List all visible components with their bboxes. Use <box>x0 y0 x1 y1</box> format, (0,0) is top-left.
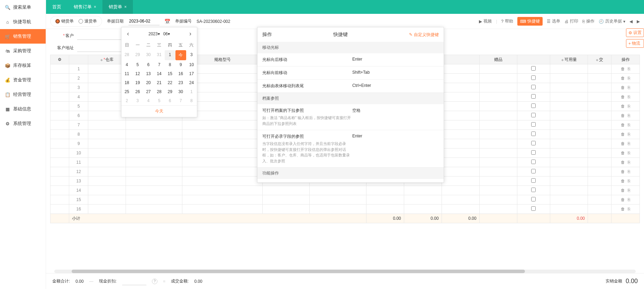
toolbar-video[interactable]: ▶ 视频 <box>479 18 492 24</box>
sidebar-item-0[interactable]: 🔍搜索菜单 <box>0 0 46 15</box>
cal-day[interactable]: 13 <box>143 69 154 78</box>
cal-day[interactable]: 11 <box>121 69 132 78</box>
copy-icon[interactable]: ⎘ <box>628 188 630 193</box>
delete-icon[interactable]: 🗑 <box>621 197 625 202</box>
toolbar-operate[interactable]: ⎘ 操作 <box>582 18 595 24</box>
cal-day[interactable]: 9 <box>175 60 186 69</box>
sidebar-item-2[interactable]: 🛒销售管理 <box>0 29 46 44</box>
delete-icon[interactable]: 🗑 <box>621 169 625 174</box>
cal-day[interactable]: 17 <box>186 69 197 78</box>
sidebar-item-7[interactable]: ▦基础信息 <box>0 102 46 116</box>
table-row[interactable]: 15 🗑 ⎘ <box>51 195 640 205</box>
close-icon[interactable]: × <box>124 4 127 9</box>
table-row[interactable]: 14 🗑 ⎘ <box>51 186 640 195</box>
cal-day[interactable]: 4 <box>143 96 154 105</box>
cal-day[interactable]: 7 <box>175 96 186 105</box>
cal-day[interactable]: 29 <box>132 50 143 60</box>
gift-checkbox[interactable] <box>531 150 536 155</box>
gift-checkbox[interactable] <box>531 122 536 127</box>
cal-today-btn[interactable]: 今天 <box>121 105 197 117</box>
calendar-icon[interactable]: 📅 <box>164 19 170 24</box>
cal-day[interactable]: 31 <box>154 50 164 60</box>
cal-day[interactable]: 10 <box>186 60 197 69</box>
cal-next[interactable]: › <box>187 30 193 37</box>
gift-checkbox[interactable] <box>531 85 536 89</box>
sidebar-item-3[interactable]: 🛍采购管理 <box>0 44 46 58</box>
cal-day[interactable]: 14 <box>154 69 164 78</box>
copy-icon[interactable]: ⎘ <box>628 113 630 118</box>
cal-day[interactable]: 3 <box>132 96 143 105</box>
cal-day[interactable]: 3 <box>186 50 197 60</box>
delete-icon[interactable]: 🗑 <box>621 179 625 183</box>
delete-icon[interactable]: 🗑 <box>621 94 625 99</box>
cal-day[interactable]: 23 <box>175 78 186 87</box>
delete-icon[interactable]: 🗑 <box>621 160 625 165</box>
cal-day[interactable]: 29 <box>165 87 175 96</box>
cal-day[interactable]: 5 <box>154 96 164 105</box>
delete-icon[interactable]: 🗑 <box>621 123 625 127</box>
toolbar-select[interactable]: ☰ 选单 <box>547 18 560 24</box>
close-icon[interactable]: × <box>94 4 96 9</box>
bill-date-input[interactable] <box>128 17 160 25</box>
cal-day[interactable]: 1 <box>186 87 197 96</box>
gift-checkbox[interactable] <box>531 94 536 99</box>
gift-checkbox[interactable] <box>531 197 536 201</box>
delete-icon[interactable]: 🗑 <box>621 141 625 146</box>
cal-day[interactable]: 28 <box>154 87 164 96</box>
delete-icon[interactable]: 🗑 <box>621 132 625 137</box>
cal-day[interactable]: 20 <box>143 78 154 87</box>
question-icon[interactable]: ? <box>152 279 157 284</box>
sidebar-item-1[interactable]: ⌂快捷导航 <box>0 15 46 29</box>
radio-return[interactable]: 退货单 <box>79 18 97 24</box>
copy-icon[interactable]: ⎘ <box>628 207 630 211</box>
copy-icon[interactable]: ⎘ <box>628 151 630 155</box>
gift-checkbox[interactable] <box>531 66 536 71</box>
sidebar-item-4[interactable]: 📦库存核算 <box>0 58 46 73</box>
table-row[interactable]: 16 🗑 ⎘ <box>51 205 640 214</box>
cal-day[interactable]: 30 <box>175 87 186 96</box>
cal-day[interactable]: 6 <box>165 96 175 105</box>
cal-day[interactable]: 6 <box>143 60 154 69</box>
copy-icon[interactable]: ⎘ <box>628 169 630 174</box>
cal-day[interactable]: 16 <box>175 69 186 78</box>
gift-checkbox[interactable] <box>531 103 536 108</box>
radio-sales[interactable]: 销货单 <box>55 18 74 24</box>
delete-icon[interactable]: 🗑 <box>621 188 625 193</box>
cal-prev[interactable]: ‹ <box>125 30 131 37</box>
cal-day[interactable]: 15 <box>165 69 175 78</box>
toolbar-history[interactable]: 🕘 历史单据 ▾ <box>599 18 625 24</box>
toolbar-shortcut[interactable]: ⌨ 快捷键 <box>517 17 543 26</box>
gift-checkbox[interactable] <box>531 132 536 136</box>
cal-day[interactable]: 30 <box>143 50 154 60</box>
copy-icon[interactable]: ⎘ <box>628 197 630 202</box>
cal-day[interactable]: 27 <box>143 87 154 96</box>
cal-day[interactable]: 4 <box>121 60 132 69</box>
col-gift[interactable]: 赠品 <box>479 55 517 64</box>
tab-2[interactable]: 销货单× <box>102 0 133 14</box>
cal-day[interactable]: 21 <box>154 78 164 87</box>
sidebar-item-8[interactable]: ⚙系统管理 <box>0 116 46 131</box>
gift-checkbox[interactable] <box>531 113 536 117</box>
gift-checkbox[interactable] <box>531 206 536 211</box>
settings-button[interactable]: ⚙ 设置 <box>626 28 644 37</box>
cal-year[interactable]: 2023▾ <box>148 31 160 36</box>
delete-icon[interactable]: 🗑 <box>621 207 625 211</box>
cal-day[interactable]: 24 <box>186 78 197 87</box>
cal-day[interactable]: 22 <box>165 78 175 87</box>
delete-icon[interactable]: 🗑 <box>621 66 625 71</box>
col-num3[interactable] <box>442 55 479 64</box>
copy-icon[interactable]: ⎘ <box>628 85 630 90</box>
col-warehouse[interactable]: ◆*仓库 <box>88 55 126 64</box>
sidebar-item-5[interactable]: 💰资金管理 <box>0 73 46 87</box>
shortcut-custom[interactable]: ✎ 自定义快捷键 <box>409 32 439 38</box>
cal-day[interactable]: 18 <box>121 78 132 87</box>
toolbar-next[interactable]: ▶ <box>637 19 640 24</box>
col-gear[interactable]: ⚙ <box>51 55 69 64</box>
delete-icon[interactable]: 🗑 <box>621 76 625 81</box>
col-gift-check[interactable] <box>517 55 550 64</box>
copy-icon[interactable]: ⎘ <box>628 104 630 109</box>
gift-checkbox[interactable] <box>531 169 536 173</box>
copy-icon[interactable]: ⎘ <box>628 123 630 127</box>
delete-icon[interactable]: 🗑 <box>621 113 625 118</box>
cal-day[interactable]: 28 <box>121 50 132 60</box>
